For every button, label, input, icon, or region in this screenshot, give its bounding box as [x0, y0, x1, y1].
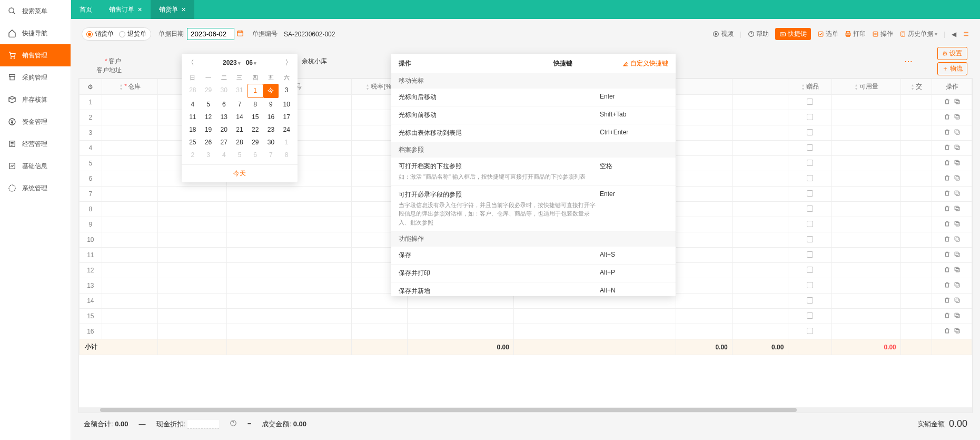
gift-checkbox[interactable]	[807, 206, 813, 212]
cal-day[interactable]: 11	[185, 111, 201, 123]
cal-day[interactable]: 8	[248, 98, 263, 111]
sidebar-item-system[interactable]: 系统管理	[0, 177, 71, 199]
cal-today-button[interactable]: 今天	[182, 164, 298, 182]
copy-icon[interactable]	[954, 113, 961, 122]
copy-icon[interactable]	[954, 251, 961, 259]
discount-input[interactable]	[187, 420, 219, 428]
cal-next-button[interactable]: 〉	[285, 58, 292, 67]
cal-day[interactable]: 4	[216, 149, 232, 161]
gift-checkbox[interactable]	[807, 144, 813, 151]
sidebar-item-business[interactable]: 经营管理	[0, 133, 71, 155]
sidebar-item-quicknav[interactable]: 快捷导航	[0, 22, 71, 44]
copy-icon[interactable]	[954, 98, 961, 106]
delete-icon[interactable]	[944, 281, 951, 290]
cal-day[interactable]: 8	[279, 149, 294, 161]
gift-checkbox[interactable]	[807, 175, 813, 181]
tab-sales-order[interactable]: 销售订单✕	[101, 0, 151, 19]
delete-icon[interactable]	[944, 113, 951, 122]
settings-button[interactable]: ⚙ 设置	[937, 47, 967, 60]
cal-prev-button[interactable]: 〈	[187, 58, 194, 67]
copy-icon[interactable]	[954, 281, 961, 290]
cal-day[interactable]: 25	[185, 136, 201, 149]
calendar-icon[interactable]	[236, 30, 244, 38]
delete-icon[interactable]	[944, 190, 951, 198]
cal-day[interactable]: 今	[263, 84, 279, 98]
video-button[interactable]: 视频	[712, 30, 734, 38]
delete-icon[interactable]	[944, 144, 951, 152]
list-button[interactable]	[963, 31, 969, 37]
cal-day[interactable]: 3	[201, 149, 216, 161]
delete-icon[interactable]	[944, 129, 951, 137]
delete-icon[interactable]	[944, 159, 951, 168]
gift-checkbox[interactable]	[807, 190, 813, 197]
copy-icon[interactable]	[954, 236, 961, 244]
sidebar-item-purchase[interactable]: 采购管理	[0, 66, 71, 89]
cal-day[interactable]: 2	[185, 149, 201, 161]
gift-checkbox[interactable]	[807, 312, 813, 319]
cal-day[interactable]: 14	[232, 111, 248, 123]
gift-checkbox[interactable]	[807, 251, 813, 258]
gift-checkbox[interactable]	[807, 328, 813, 334]
cal-day[interactable]: 5	[232, 149, 248, 161]
delete-icon[interactable]	[944, 236, 951, 244]
tab-home[interactable]: 首页	[71, 0, 101, 19]
delete-icon[interactable]	[944, 327, 951, 336]
table-row[interactable]: 15	[80, 309, 972, 324]
cal-day[interactable]: 10	[279, 98, 294, 111]
cal-day[interactable]: 9	[263, 98, 279, 111]
cal-day[interactable]: 30	[263, 136, 279, 149]
cal-day[interactable]: 16	[263, 111, 279, 123]
cal-day[interactable]: 7	[263, 149, 279, 161]
delete-icon[interactable]	[944, 220, 951, 229]
cal-day[interactable]: 18	[185, 123, 201, 136]
sidebar-item-baseinfo[interactable]: 基础信息	[0, 155, 71, 177]
cal-day[interactable]: 24	[279, 123, 294, 136]
gift-checkbox[interactable]	[807, 221, 813, 227]
cal-day[interactable]: 1	[248, 84, 263, 98]
copy-icon[interactable]	[954, 144, 961, 152]
cal-day[interactable]: 7	[232, 98, 248, 111]
history-button[interactable]: 历史单据▾	[899, 30, 937, 38]
copy-icon[interactable]	[954, 174, 961, 183]
cal-day[interactable]: 29	[248, 136, 263, 149]
sidebar-item-inventory[interactable]: 库存核算	[0, 89, 71, 111]
sidebar-item-sales[interactable]: 销售管理	[0, 44, 71, 66]
delete-icon[interactable]	[944, 297, 951, 305]
cal-day[interactable]: 28	[185, 84, 201, 98]
operation-button[interactable]: 操作	[872, 30, 893, 38]
cal-day[interactable]: 20	[216, 123, 232, 136]
cal-month-select[interactable]: 06▾	[246, 59, 256, 66]
cal-day[interactable]: 22	[248, 123, 263, 136]
sidebar-item-funds[interactable]: 资金管理	[0, 111, 71, 133]
copy-icon[interactable]	[954, 159, 961, 168]
delete-icon[interactable]	[944, 251, 951, 259]
cal-day[interactable]: 1	[279, 136, 294, 149]
h-scrollbar[interactable]	[79, 407, 972, 413]
cal-day[interactable]: 23	[263, 123, 279, 136]
tab-delivery[interactable]: 销货单✕	[151, 0, 194, 19]
cal-day[interactable]: 12	[201, 111, 216, 123]
delete-icon[interactable]	[944, 312, 951, 320]
custom-shortcut-button[interactable]: 自定义快捷键	[622, 59, 668, 68]
help-button[interactable]: 帮助	[748, 30, 769, 38]
close-icon[interactable]: ✕	[137, 6, 142, 13]
copy-icon[interactable]	[954, 297, 961, 305]
copy-icon[interactable]	[954, 205, 961, 213]
table-row[interactable]: 16	[80, 324, 972, 339]
cal-day[interactable]: 15	[248, 111, 263, 123]
shortcut-button[interactable]: 快捷键	[775, 28, 811, 40]
delete-icon[interactable]	[944, 98, 951, 106]
delete-icon[interactable]	[944, 174, 951, 183]
sidebar-item-search[interactable]: 搜索菜单	[0, 0, 71, 22]
copy-icon[interactable]	[954, 220, 961, 229]
select-button[interactable]: 选单	[817, 30, 838, 38]
copy-icon[interactable]	[954, 266, 961, 275]
copy-icon[interactable]	[954, 190, 961, 198]
cal-day[interactable]: 4	[185, 98, 201, 111]
gift-checkbox[interactable]	[807, 160, 813, 166]
copy-icon[interactable]	[954, 129, 961, 137]
cal-year-select[interactable]: 2023▾	[223, 59, 241, 66]
cal-day[interactable]: 29	[201, 84, 216, 98]
gift-checkbox[interactable]	[807, 99, 813, 105]
cal-day[interactable]: 3	[279, 84, 294, 98]
